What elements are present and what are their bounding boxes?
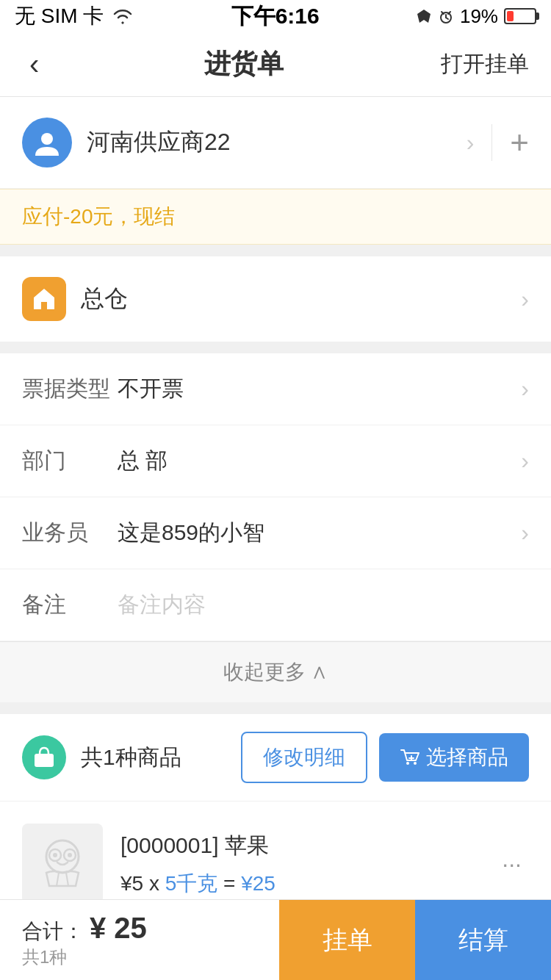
product-info: [0000001] 苹果 ¥5 x 5千克 = ¥25 [120, 831, 494, 898]
cart-icon [400, 749, 420, 766]
invoice-value: 不开票 [118, 374, 521, 404]
warehouse-section: 总仓 › [0, 256, 551, 342]
dept-chevron: › [521, 447, 529, 475]
salesperson-chevron: › [521, 519, 529, 547]
status-left: 无 SIM 卡 [15, 2, 134, 30]
invoice-label: 票据类型 [22, 374, 118, 404]
svg-point-6 [414, 762, 417, 765]
line-total: ¥25 [241, 872, 276, 895]
products-count: 共1种商品 [81, 743, 241, 773]
status-time: 下午6:16 [231, 1, 320, 32]
product-more-button[interactable]: ··· [494, 843, 529, 885]
products-header: 共1种商品 修改明细 选择商品 [0, 714, 551, 801]
warehouse-name: 总仓 [81, 283, 521, 315]
total-amount: ¥ 25 [90, 912, 147, 945]
svg-line-15 [66, 873, 68, 886]
alarm-icon [438, 8, 454, 24]
add-supplier-button[interactable]: + [510, 124, 529, 161]
total-section: 合计： ¥ 25 共1种 [0, 912, 279, 969]
salesperson-value: 这是859的小智 [118, 518, 521, 548]
product-code: [0000001] [120, 833, 218, 857]
multiply-sign: x [149, 872, 165, 895]
svg-point-12 [53, 853, 57, 857]
form-row-salesperson[interactable]: 业务员 这是859的小智 › [0, 497, 551, 569]
vertical-divider [491, 124, 492, 161]
svg-point-13 [68, 853, 72, 857]
bag-icon [32, 745, 57, 770]
remark-label: 备注 [22, 590, 118, 620]
select-product-button[interactable]: 选择商品 [379, 733, 529, 782]
warehouse-icon [22, 277, 66, 321]
svg-point-3 [41, 133, 53, 145]
status-right: 19% [416, 5, 536, 28]
supplier-chevron: › [467, 129, 475, 156]
content-area: 河南供应商22 › + 应付-20元，现结 总仓 › 票据类型 不开票 › 部门… [0, 97, 551, 980]
warehouse-row[interactable]: 总仓 › [0, 256, 551, 342]
status-bar: 无 SIM 卡 下午6:16 19% [0, 0, 551, 32]
battery-percent: 19% [460, 5, 498, 28]
svg-line-14 [57, 873, 59, 886]
form-section: 票据类型 不开票 › 部门 总 部 › 业务员 这是859的小智 › 备注 备注… [0, 353, 551, 702]
total-label-row: 合计： ¥ 25 [22, 912, 257, 945]
bottom-bar: 合计： ¥ 25 共1种 挂单 结算 [0, 899, 551, 980]
owl-placeholder-icon [33, 835, 92, 893]
equals-sign: = [223, 872, 241, 895]
warehouse-chevron: › [521, 286, 529, 313]
supplier-name: 河南供应商22 [87, 126, 467, 159]
select-product-label: 选择商品 [426, 743, 508, 771]
nav-bar: ‹ 进货单 打开挂单 [0, 32, 551, 97]
settle-button[interactable]: 结算 [415, 900, 551, 981]
supplier-avatar [22, 118, 72, 167]
supplier-section: 河南供应商22 › + 应付-20元，现结 [0, 97, 551, 245]
quantity: 5千克 [165, 872, 218, 895]
unit-price: ¥5 [120, 872, 143, 895]
product-thumbnail [22, 824, 103, 904]
form-row-remark[interactable]: 备注 备注内容 [0, 569, 551, 641]
wifi-icon [111, 8, 134, 24]
payment-notice: 应付-20元，现结 [0, 189, 551, 245]
invoice-chevron: › [521, 375, 529, 403]
product-name: [0000001] 苹果 [120, 831, 494, 861]
products-icon [22, 735, 66, 779]
products-section: 共1种商品 修改明细 选择商品 [0, 714, 551, 926]
form-row-invoice[interactable]: 票据类型 不开票 › [0, 353, 551, 425]
dept-label: 部门 [22, 446, 118, 476]
collapse-button[interactable]: 收起更多 ∧ [0, 641, 551, 702]
form-row-dept[interactable]: 部门 总 部 › [0, 425, 551, 497]
home-icon [31, 286, 57, 312]
svg-rect-4 [35, 754, 54, 767]
remark-placeholder: 备注内容 [118, 590, 529, 620]
open-hang-button[interactable]: 打开挂单 [441, 49, 529, 79]
carrier-text: 无 SIM 卡 [15, 2, 104, 30]
battery-icon [504, 8, 536, 24]
user-icon [32, 128, 62, 157]
total-count: 共1种 [22, 945, 257, 969]
svg-point-5 [406, 762, 409, 765]
page-title: 进货单 [204, 46, 284, 82]
svg-line-2 [446, 18, 448, 19]
salesperson-label: 业务员 [22, 518, 118, 548]
edit-detail-button[interactable]: 修改明细 [241, 732, 367, 783]
back-button[interactable]: ‹ [22, 40, 46, 88]
location-icon [416, 8, 432, 24]
dept-value: 总 部 [118, 446, 521, 476]
svg-point-9 [46, 840, 79, 873]
product-price-row: ¥5 x 5千克 = ¥25 [120, 870, 494, 898]
supplier-row[interactable]: 河南供应商22 › + [0, 97, 551, 189]
product-title: 苹果 [225, 833, 269, 857]
total-prefix: 合计： [22, 918, 84, 945]
hang-button[interactable]: 挂单 [279, 900, 415, 981]
